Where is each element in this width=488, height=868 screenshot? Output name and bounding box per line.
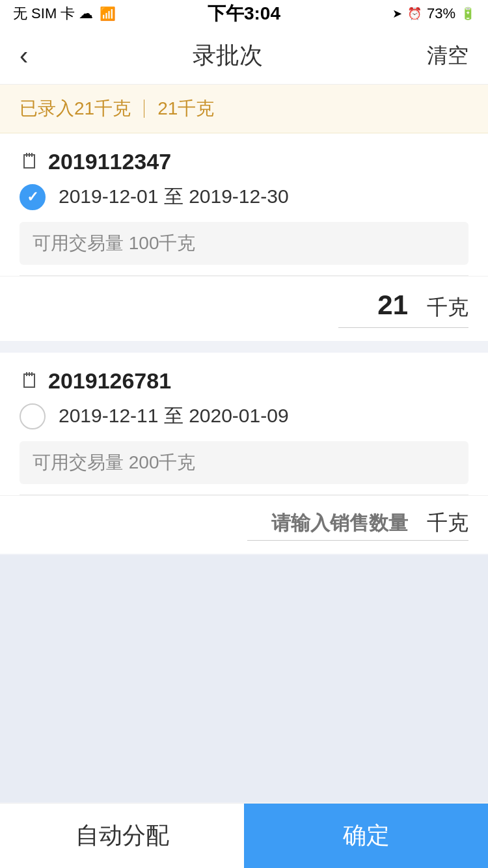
recorded-label: 已录入21千克 bbox=[20, 96, 131, 121]
batch-icon-2: 🗒 bbox=[20, 369, 40, 393]
empty-area bbox=[0, 555, 488, 802]
amount-display-1: 千克 bbox=[340, 290, 468, 325]
amount-row-1: 千克 bbox=[0, 276, 488, 341]
batch-qty-row-1: 可用交易量 100千克 bbox=[20, 222, 468, 265]
batch-date-1: 2019-12-01 至 2019-12-30 bbox=[59, 183, 289, 210]
batch-header-2: 🗒 2019126781 bbox=[0, 353, 488, 400]
amount-inner-2: 千克 bbox=[247, 509, 468, 541]
batch-qty-text-1: 可用交易量 100千克 bbox=[33, 233, 196, 253]
batch-id-2: 2019126781 bbox=[48, 368, 171, 394]
batch-id-1: 2019112347 bbox=[48, 149, 171, 174]
info-banner: 已录入21千克 21千克 bbox=[0, 85, 488, 133]
amount-underline-2 bbox=[247, 540, 468, 541]
amount-display-2: 千克 bbox=[249, 509, 468, 537]
clear-button[interactable]: 清空 bbox=[427, 42, 468, 70]
page-layout: 无 SIM 卡 ☁ 📶 下午3:04 ➤ ⏰ 73% 🔋 ‹ 录批次 清空 已录… bbox=[0, 0, 488, 868]
status-bar: 无 SIM 卡 ☁ 📶 下午3:04 ➤ ⏰ 73% 🔋 bbox=[0, 0, 488, 27]
no-sim-text: 无 SIM 卡 ☁ bbox=[13, 4, 93, 23]
page-title: 录批次 bbox=[193, 40, 263, 72]
batch-card-2: 🗒 2019126781 2019-12-11 至 2020-01-09 可用交… bbox=[0, 353, 488, 554]
radio-button-1[interactable]: ✓ bbox=[20, 184, 46, 210]
batch-qty-text-2: 可用交易量 200千克 bbox=[33, 452, 196, 472]
nav-bar: ‹ 录批次 清空 bbox=[0, 27, 488, 85]
batch-icon-1: 🗒 bbox=[20, 150, 40, 174]
scroll-area: 🗒 2019112347 ✓ 2019-12-01 至 2019-12-30 可… bbox=[0, 133, 488, 803]
location-icon: ➤ bbox=[392, 7, 402, 21]
status-right: ➤ ⏰ 73% 🔋 bbox=[392, 5, 475, 22]
auto-distribute-button[interactable]: 自动分配 bbox=[0, 804, 244, 868]
batch-date-2: 2019-12-11 至 2020-01-09 bbox=[59, 403, 289, 429]
batch-card-1: 🗒 2019112347 ✓ 2019-12-01 至 2019-12-30 可… bbox=[0, 133, 488, 341]
amount-unit-2: 千克 bbox=[427, 509, 468, 537]
battery-icon: 🔋 bbox=[461, 7, 475, 21]
back-button[interactable]: ‹ bbox=[20, 41, 28, 70]
alarm-icon: ⏰ bbox=[407, 7, 422, 21]
amount-underline-1 bbox=[338, 327, 468, 328]
batch-date-row-1: ✓ 2019-12-01 至 2019-12-30 bbox=[0, 181, 488, 217]
confirm-button[interactable]: 确定 bbox=[244, 804, 488, 868]
status-left: 无 SIM 卡 ☁ 📶 bbox=[13, 4, 116, 23]
radio-button-2[interactable] bbox=[20, 403, 46, 429]
batch-qty-row-2: 可用交易量 200千克 bbox=[20, 441, 468, 484]
section-sep bbox=[0, 342, 488, 353]
batch-header-1: 🗒 2019112347 bbox=[0, 133, 488, 181]
batch-date-row-2: 2019-12-11 至 2020-01-09 bbox=[0, 400, 488, 436]
total-label: 21千克 bbox=[157, 96, 214, 121]
amount-row-2: 千克 bbox=[0, 495, 488, 554]
amount-inner-1: 千克 bbox=[338, 290, 468, 328]
bottom-bar: 自动分配 确定 bbox=[0, 803, 488, 868]
amount-unit-1: 千克 bbox=[427, 293, 468, 325]
status-time: 下午3:04 bbox=[208, 1, 280, 26]
check-icon: ✓ bbox=[27, 189, 38, 206]
amount-input-1[interactable] bbox=[340, 290, 418, 321]
banner-divider bbox=[144, 100, 144, 118]
amount-input-2[interactable] bbox=[249, 512, 418, 534]
battery-text: 73% bbox=[427, 5, 455, 22]
wifi-icon: 📶 bbox=[100, 6, 116, 21]
